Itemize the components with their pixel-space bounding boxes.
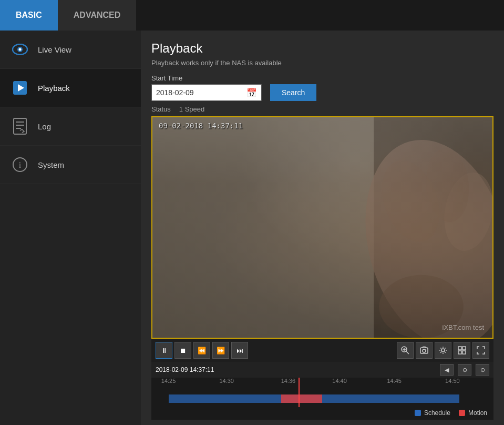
svg-line-19 bbox=[406, 351, 409, 354]
svg-rect-26 bbox=[462, 347, 466, 350]
eye-icon bbox=[11, 40, 29, 59]
tab-basic[interactable]: BASIC bbox=[0, 0, 58, 31]
tab-advanced[interactable]: ADVANCED bbox=[58, 0, 136, 31]
svg-rect-28 bbox=[462, 351, 466, 354]
svg-rect-25 bbox=[458, 347, 461, 350]
search-button-label: Search bbox=[282, 88, 305, 97]
controls-row: 📅 Search bbox=[151, 84, 493, 101]
zoom-button[interactable] bbox=[397, 342, 414, 359]
sidebar-item-system-label: System bbox=[38, 160, 64, 169]
snapshot-button[interactable] bbox=[416, 342, 433, 359]
timeline-top-bar: 2018-02-09 14:37:11 ◀ ⊖ ⊙ bbox=[151, 362, 493, 378]
start-time-label: Start Time bbox=[151, 74, 493, 82]
sidebar-item-live-view[interactable]: Live View bbox=[0, 31, 141, 69]
status-label: Status bbox=[151, 105, 171, 113]
date-input-wrapper[interactable]: 📅 bbox=[151, 84, 262, 101]
svg-rect-27 bbox=[458, 351, 461, 354]
right-controls bbox=[397, 342, 489, 359]
sidebar-item-log-label: Log bbox=[38, 122, 51, 131]
sidebar-item-live-view-label: Live View bbox=[38, 45, 71, 54]
timeline-track[interactable]: 14:25 14:30 14:36 14:40 14:45 14:50 bbox=[151, 378, 493, 407]
sidebar-item-playback[interactable]: Playback bbox=[0, 69, 141, 107]
video-container: 09-02-2018 14:37:11 iXBT.com test bbox=[151, 116, 493, 339]
motion-bar bbox=[281, 394, 322, 403]
grid-button[interactable] bbox=[454, 342, 470, 359]
schedule-legend-dot bbox=[415, 410, 421, 416]
speed-label: 1 Speed bbox=[179, 105, 204, 113]
video-timestamp: 09-02-2018 14:37:11 bbox=[159, 122, 243, 130]
content-area: Playback Playback works only if the NAS … bbox=[141, 31, 504, 425]
calendar-icon[interactable]: 📅 bbox=[246, 88, 257, 98]
document-icon bbox=[11, 117, 29, 136]
time-tick-4: 14:40 bbox=[332, 378, 347, 384]
playback-controls: ⏸ ⏹ ⏪ ⏩ ⏭ bbox=[151, 339, 493, 362]
timeline-cursor bbox=[299, 378, 300, 407]
legend-schedule: Schedule bbox=[415, 409, 450, 417]
main-layout: Live View Playback Log bbox=[0, 31, 504, 425]
page-title: Playback bbox=[151, 41, 493, 56]
stop-button[interactable]: ⏹ bbox=[174, 342, 191, 359]
sidebar: Live View Playback Log bbox=[0, 31, 141, 425]
fast-forward-button[interactable]: ⏩ bbox=[212, 342, 229, 359]
timeline-back-button[interactable]: ◀ bbox=[440, 364, 454, 376]
motion-legend-dot bbox=[459, 410, 465, 416]
timeline-home-button[interactable]: ⊙ bbox=[476, 364, 489, 376]
svg-point-23 bbox=[423, 349, 426, 352]
time-tick-5: 14:45 bbox=[387, 378, 402, 384]
fullscreen-button[interactable] bbox=[472, 342, 489, 359]
search-button[interactable]: Search bbox=[270, 84, 316, 101]
page-subtitle: Playback works only if the NAS is availa… bbox=[151, 59, 493, 67]
tab-advanced-label: ADVANCED bbox=[74, 11, 120, 20]
motion-legend-label: Motion bbox=[468, 409, 487, 417]
legend-motion: Motion bbox=[459, 409, 487, 417]
timeline-datetime: 2018-02-09 14:37:11 bbox=[156, 366, 436, 373]
date-input[interactable] bbox=[156, 88, 240, 97]
pause-button[interactable]: ⏸ bbox=[156, 342, 172, 359]
schedule-legend-label: Schedule bbox=[424, 409, 450, 417]
video-watermark: iXBT.com test bbox=[443, 323, 484, 331]
info-icon: i bbox=[11, 155, 29, 174]
rewind-button[interactable]: ⏪ bbox=[193, 342, 210, 359]
svg-point-2 bbox=[19, 48, 22, 51]
svg-text:i: i bbox=[19, 160, 22, 169]
video-background bbox=[152, 117, 492, 338]
status-bar: Status 1 Speed bbox=[151, 105, 493, 113]
svg-rect-12 bbox=[152, 117, 374, 338]
step-forward-button[interactable]: ⏭ bbox=[231, 342, 248, 359]
settings-button[interactable] bbox=[435, 342, 451, 359]
time-tick-1: 14:25 bbox=[161, 378, 176, 384]
svg-point-24 bbox=[441, 349, 445, 352]
timeline-zoom-out-button[interactable]: ⊖ bbox=[458, 364, 471, 376]
video-frame-svg bbox=[152, 117, 492, 338]
tab-basic-label: BASIC bbox=[16, 11, 42, 20]
time-tick-3: 14:36 bbox=[281, 378, 296, 384]
sidebar-item-log[interactable]: Log bbox=[0, 107, 141, 146]
legend-row: Schedule Motion bbox=[151, 407, 493, 420]
tab-bar: BASIC ADVANCED bbox=[0, 0, 504, 31]
play-icon bbox=[11, 78, 29, 97]
timeline-area: 2018-02-09 14:37:11 ◀ ⊖ ⊙ 14:25 14:30 14… bbox=[151, 362, 493, 420]
sidebar-item-playback-label: Playback bbox=[38, 84, 70, 93]
time-tick-2: 14:30 bbox=[219, 378, 234, 384]
sidebar-item-system[interactable]: i System bbox=[0, 146, 141, 184]
time-tick-6: 14:50 bbox=[445, 378, 460, 384]
